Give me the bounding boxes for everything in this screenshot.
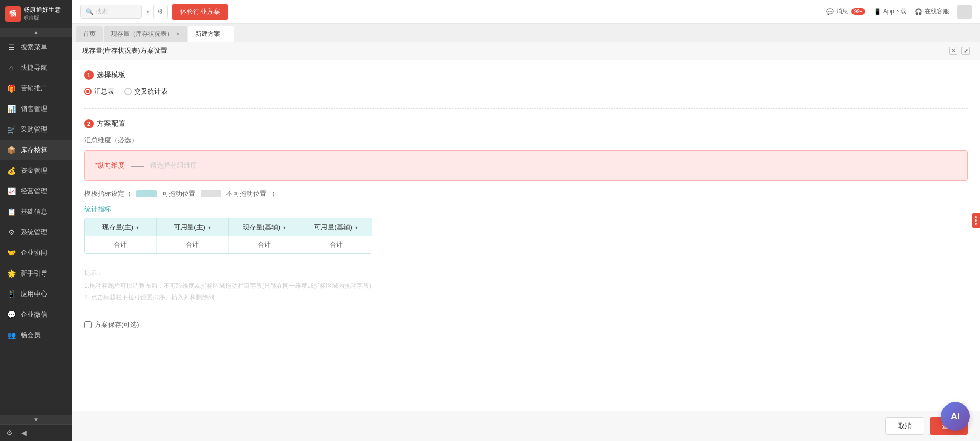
sales-icon: 📊 [6, 104, 16, 114]
sidebar-item-quick-nav[interactable]: ⌂ 快捷导航 [0, 58, 72, 78]
sidebar-item-purchase[interactable]: 🛒 采购管理 [0, 119, 72, 140]
tab-new-scheme-close[interactable]: ✕ [223, 31, 227, 37]
panel-expand-btn[interactable]: ⤢ [961, 47, 970, 55]
sidebar-item-finance[interactable]: 💰 资金管理 [0, 160, 72, 181]
col4-chevron[interactable]: ▾ [355, 225, 358, 230]
sidebar-item-wechat[interactable]: 💬 企业微信 [0, 304, 72, 325]
col1-header[interactable]: 现存量(主) ▾ [85, 218, 157, 236]
tab-home-label: 首页 [83, 30, 96, 39]
step1-title: 1 选择模板 [84, 70, 968, 80]
tab-inventory-close[interactable]: ✕ [176, 31, 180, 37]
tabbar: 首页 现存量（库存状况表） ✕ 新建方案 ✕ [72, 24, 980, 42]
sidebar-item-label: 系统管理 [21, 228, 47, 237]
ai-bubble[interactable]: Ai [941, 402, 970, 431]
col2-header[interactable]: 可用量(主) ▾ [157, 218, 229, 236]
topbar-actions: 💬 消息 99+ 📱 App下载 🎧 在线客服 [826, 5, 972, 19]
sidebar: 畅 畅康通好生意 标准版 ▲ ☰ 搜索菜单 ⌂ 快捷导航 🎁 营销推广 📊 销售… [0, 0, 72, 441]
trial-btn[interactable]: 体验行业方案 [172, 4, 228, 20]
sidebar-item-newbie[interactable]: 🌟 新手引导 [0, 263, 72, 284]
newbie-icon: 🌟 [6, 268, 16, 279]
tab-new-scheme[interactable]: 新建方案 ✕ [188, 26, 234, 42]
col3-chevron[interactable]: ▾ [283, 225, 286, 230]
col3-label: 现存量(基辅) [243, 223, 281, 232]
stats-table-body: 合计 合计 合计 合计 [85, 236, 372, 253]
sidebar-item-basic-info[interactable]: 📋 基础信息 [0, 201, 72, 222]
save-option: 方案保存(可选) [84, 320, 968, 329]
sidebar-item-label: 企业协同 [21, 248, 47, 258]
app-center-icon: 📱 [6, 289, 16, 299]
app-download-btn[interactable]: 📱 App下载 [874, 7, 906, 16]
sidebar-item-label: 快捷导航 [21, 63, 47, 72]
logo-icon: 畅 [5, 6, 21, 22]
tab-new-scheme-label: 新建方案 [195, 30, 220, 39]
sidebar-item-marketing[interactable]: 🎁 营销推广 [0, 78, 72, 99]
sidebar-item-label: 新手引导 [21, 269, 47, 278]
sidebar-scroll-up[interactable]: ▲ [0, 28, 72, 37]
main-area: 🔍 搜索 ▾ ⚙ 体验行业方案 💬 消息 99+ 📱 App下载 🎧 在线客服 [72, 0, 980, 441]
app-logo: 畅 畅康通好生意 标准版 [0, 0, 72, 28]
message-icon: 💬 [826, 8, 834, 15]
search-menu-icon: ☰ [6, 42, 16, 52]
col4-label: 可用量(基辅) [314, 223, 352, 232]
tab-home[interactable]: 首页 [76, 26, 103, 42]
sidebar-item-app-center[interactable]: 📱 应用中心 [0, 284, 72, 304]
tip-1: 1.拖动标题栏可以调整布局，不可跨维度或指标区域拖动栏目字段(只能在同一维度或指… [84, 281, 968, 292]
user-avatar[interactable] [957, 5, 972, 19]
sidebar-item-system[interactable]: ⚙ 系统管理 [0, 222, 72, 243]
col4-header[interactable]: 可用量(基辅) ▾ [300, 218, 372, 236]
right-edge-handle[interactable] [972, 213, 980, 228]
tips-label: 提示： [84, 269, 968, 278]
finance-icon: 💰 [6, 166, 16, 176]
radio-cross[interactable]: 交叉统计表 [124, 87, 168, 96]
topbar-dropdown-icon[interactable]: ▾ [146, 8, 149, 15]
col1-chevron[interactable]: ▾ [136, 225, 139, 230]
col2-label: 可用量(主) [174, 223, 205, 232]
unmovable-badge [201, 190, 221, 197]
movable-badge-label: 可拖动位置 [162, 189, 195, 198]
indicator-settings-text: 模板指标设定（ [84, 189, 131, 198]
topbar-gear-btn[interactable]: ⚙ [153, 5, 168, 19]
radio-summary-circle [84, 88, 92, 95]
settings-bottom-icon[interactable]: ⚙ [6, 429, 13, 437]
dimension-placeholder: 请选择分组维度 [150, 161, 197, 170]
service-btn[interactable]: 🎧 在线客服 [915, 7, 949, 16]
indicator-close: ） [271, 189, 278, 198]
sidebar-item-coop[interactable]: 🤝 企业协同 [0, 243, 72, 263]
search-icon: 🔍 [86, 8, 94, 15]
sidebar-item-search-menu[interactable]: ☰ 搜索菜单 [0, 37, 72, 58]
save-checkbox[interactable] [84, 321, 92, 328]
sidebar-item-sales[interactable]: 📊 销售管理 [0, 99, 72, 119]
col1-label: 现存量(主) [102, 223, 134, 232]
col2-chevron[interactable]: ▾ [208, 225, 211, 230]
sidebar-item-label: 基础信息 [21, 207, 47, 216]
sidebar-item-operations[interactable]: 📈 经营管理 [0, 181, 72, 201]
topbar-search-box[interactable]: 🔍 搜索 [80, 5, 142, 19]
step2-section: 2 方案配置 汇总维度（必选） *纵向维度 —— 请选择分组维度 模板指标设定（… [84, 119, 968, 308]
sidebar-scroll-down[interactable]: ▼ [0, 415, 72, 424]
dimension-box[interactable]: *纵向维度 —— 请选择分组维度 [84, 150, 968, 181]
system-icon: ⚙ [6, 227, 16, 237]
message-label: 消息 [836, 7, 848, 16]
message-btn[interactable]: 💬 消息 99+ [826, 7, 865, 16]
quick-nav-icon: ⌂ [6, 63, 16, 73]
cancel-button[interactable]: 取消 [885, 417, 924, 435]
inventory-icon: 📦 [6, 145, 16, 155]
service-icon: 🎧 [915, 8, 922, 15]
panel-close-btn[interactable]: ✕ [949, 47, 957, 55]
step1-badge: 1 [84, 70, 94, 80]
sidebar-item-label: 经营管理 [21, 187, 47, 196]
sidebar-item-member[interactable]: 👥 畅会员 [0, 325, 72, 345]
app-version: 标准版 [24, 14, 61, 22]
audio-bottom-icon[interactable]: ◀ [21, 429, 27, 437]
movable-badge [136, 190, 157, 197]
app-download-icon: 📱 [874, 8, 881, 15]
col3-header[interactable]: 现存量(基辅) ▾ [229, 218, 301, 236]
tip-2: 2. 点击标题栏下拉可设置排序、插入列和删除列 [84, 292, 968, 303]
message-badge: 99+ [851, 8, 865, 15]
indicator-settings-label: 模板指标设定（ 可拖动位置 不可拖动位置 ） [84, 189, 968, 198]
radio-summary[interactable]: 汇总表 [84, 87, 114, 96]
tab-inventory-status[interactable]: 现存量（库存状况表） ✕ [104, 26, 187, 42]
sidebar-item-label: 企业微信 [21, 310, 47, 319]
stats-section-label: 统计指标 [84, 205, 968, 214]
sidebar-item-inventory[interactable]: 📦 库存核算 [0, 140, 72, 160]
